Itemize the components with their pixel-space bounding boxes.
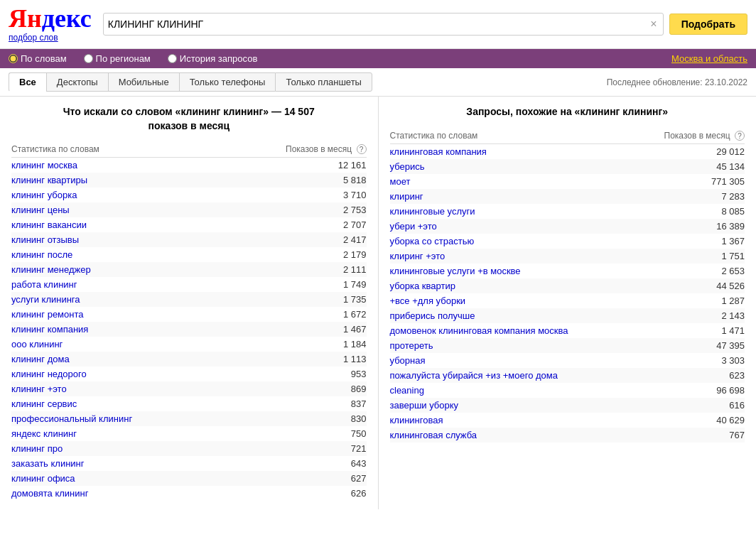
right-col2-header: Показов в месяц ? xyxy=(634,128,745,144)
table-row: приберись получше 2 143 xyxy=(390,308,745,323)
word-cell[interactable]: клининговая xyxy=(390,413,634,428)
logo: Яндекс xyxy=(9,6,92,31)
word-cell[interactable]: клининг офиса xyxy=(11,471,225,486)
logo-subtitle[interactable]: подбор слов xyxy=(9,33,58,43)
word-cell[interactable]: домовенок клининговая компания москва xyxy=(390,323,634,338)
word-cell[interactable]: клининг недорого xyxy=(11,367,225,381)
word-cell[interactable]: клининг уборка xyxy=(11,188,225,202)
count-cell: 2 143 xyxy=(634,308,745,323)
help-icon-left[interactable]: ? xyxy=(357,144,367,154)
nav-by-regions-label: По регионам xyxy=(96,53,151,64)
count-cell: 771 305 xyxy=(634,174,745,189)
word-cell[interactable]: домовята клининг xyxy=(11,486,225,501)
word-cell[interactable]: услуги клининга xyxy=(11,292,225,307)
word-cell[interactable]: заверши уборку xyxy=(390,398,634,413)
word-cell[interactable]: яндекс клининг xyxy=(11,426,225,441)
word-cell[interactable]: ооо клининг xyxy=(11,337,225,352)
word-cell[interactable]: уборная xyxy=(390,353,634,368)
table-row: клининг уборка 3 710 xyxy=(11,188,367,202)
count-cell: 40 629 xyxy=(634,413,745,428)
word-cell[interactable]: клининговые услуги xyxy=(390,204,634,219)
count-cell: 2 753 xyxy=(225,202,367,217)
nav-history[interactable]: История запросов xyxy=(168,53,258,64)
tab-all[interactable]: Все xyxy=(9,72,46,92)
logo-red: Ян xyxy=(9,4,42,33)
count-cell: 1 672 xyxy=(225,307,367,322)
word-cell[interactable]: клининг отзывы xyxy=(11,232,225,247)
count-cell: 3 710 xyxy=(225,188,367,202)
count-cell: 45 134 xyxy=(634,159,745,174)
count-cell: 869 xyxy=(225,381,367,396)
table-row: +все +для уборки 1 287 xyxy=(390,293,745,308)
left-col1-header: Статистика по словам xyxy=(11,141,225,158)
word-cell[interactable]: клининг цены xyxy=(11,202,225,217)
logo-area: Яндекс подбор слов xyxy=(9,6,92,43)
word-cell[interactable]: приберись получше xyxy=(390,308,634,323)
count-cell: 2 111 xyxy=(225,262,367,277)
tab-tablets[interactable]: Только планшеты xyxy=(275,72,372,92)
word-cell[interactable]: убери +это xyxy=(390,219,634,234)
word-cell[interactable]: клининг компания xyxy=(11,322,225,337)
count-cell: 16 389 xyxy=(634,219,745,234)
count-cell: 29 012 xyxy=(634,143,745,159)
table-row: протереть 47 395 xyxy=(390,338,745,353)
search-bar: × Подобрать xyxy=(103,13,747,36)
word-cell[interactable]: клининг москва xyxy=(11,158,225,173)
search-button[interactable]: Подобрать xyxy=(669,13,747,35)
count-cell: 3 303 xyxy=(634,353,745,368)
word-cell[interactable]: клининг +это xyxy=(11,381,225,396)
region-link[interactable]: Москва и область xyxy=(671,53,747,64)
tab-desktop[interactable]: Десктопы xyxy=(46,72,108,92)
word-cell[interactable]: клининг квартиры xyxy=(11,173,225,188)
word-cell[interactable]: профессиональный клининг xyxy=(11,411,225,426)
word-cell[interactable]: клининг вакансии xyxy=(11,217,225,232)
search-input[interactable] xyxy=(108,18,649,30)
word-cell[interactable]: cleaning xyxy=(390,383,634,398)
left-panel: Что искали со словом «клининг клининг» —… xyxy=(0,97,379,509)
word-cell[interactable]: уберись xyxy=(390,159,634,174)
word-cell[interactable]: клининг ремонта xyxy=(11,307,225,322)
right-stats-table: Статистика по словам Показов в месяц ? к… xyxy=(390,128,745,443)
clear-icon[interactable]: × xyxy=(649,18,658,31)
word-cell[interactable]: клининг про xyxy=(11,441,225,456)
word-cell[interactable]: пожалуйста убирайся +из +моего дома xyxy=(390,368,634,383)
help-icon-right[interactable]: ? xyxy=(735,131,745,141)
nav-by-words[interactable]: По словам xyxy=(9,53,67,64)
word-cell[interactable]: +все +для уборки xyxy=(390,293,634,308)
word-cell[interactable]: уборка со страстью xyxy=(390,234,634,249)
word-cell[interactable]: заказать клининг xyxy=(11,456,225,471)
logo-blue: декс xyxy=(42,4,92,33)
table-row: клининговая 40 629 xyxy=(390,413,745,428)
table-row: домовята клининг 626 xyxy=(11,486,367,501)
word-cell[interactable]: клиринг +это xyxy=(390,249,634,264)
word-cell[interactable]: клининг после xyxy=(11,247,225,262)
table-row: клининговая компания 29 012 xyxy=(390,143,745,159)
nav-by-regions[interactable]: По регионам xyxy=(84,53,151,64)
word-cell[interactable]: клининг сервис xyxy=(11,396,225,411)
word-cell[interactable]: клининговая компания xyxy=(390,143,634,159)
word-cell[interactable]: протереть xyxy=(390,338,634,353)
count-cell: 2 707 xyxy=(225,217,367,232)
count-cell: 1 287 xyxy=(634,293,745,308)
tab-mobile[interactable]: Мобильные xyxy=(108,72,179,92)
count-cell: 1 751 xyxy=(634,249,745,264)
table-row: уборка со страстью 1 367 xyxy=(390,234,745,249)
main-content: Что искали со словом «клининг клининг» —… xyxy=(0,97,756,509)
table-row: уберись 45 134 xyxy=(390,159,745,174)
nav-bar: По словам По регионам История запросов М… xyxy=(0,49,756,68)
word-cell[interactable]: моет xyxy=(390,174,634,189)
count-cell: 953 xyxy=(225,367,367,381)
tab-phones[interactable]: Только телефоны xyxy=(179,72,276,92)
word-cell[interactable]: клининг дома xyxy=(11,352,225,367)
count-cell: 767 xyxy=(634,428,745,443)
count-cell: 5 818 xyxy=(225,173,367,188)
word-cell[interactable]: клининговые услуги +в москве xyxy=(390,264,634,278)
word-cell[interactable]: работа клининг xyxy=(11,277,225,292)
word-cell[interactable]: клиринг xyxy=(390,189,634,204)
word-cell[interactable]: клининг менеджер xyxy=(11,262,225,277)
count-cell: 2 417 xyxy=(225,232,367,247)
table-row: работа клининг 1 749 xyxy=(11,277,367,292)
word-cell[interactable]: уборка квартир xyxy=(390,278,634,293)
count-cell: 1 184 xyxy=(225,337,367,352)
word-cell[interactable]: клининговая служба xyxy=(390,428,634,443)
